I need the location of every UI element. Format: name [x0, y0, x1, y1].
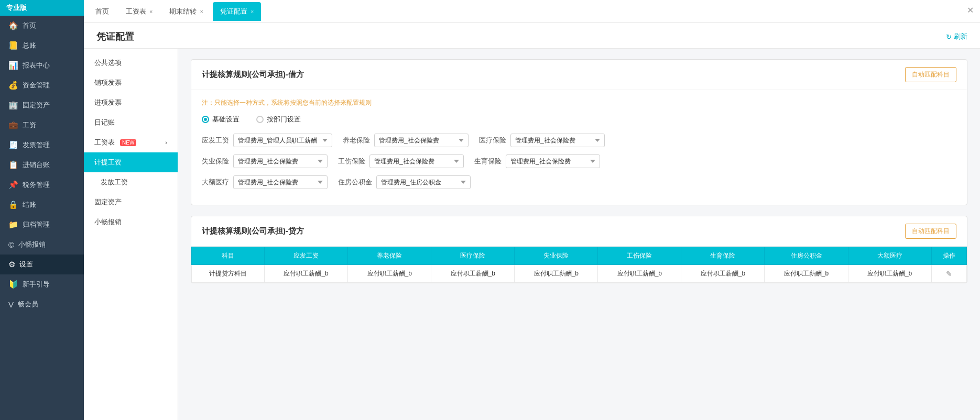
cell-action[interactable]: ✎: [931, 265, 966, 283]
sidebar-item-label: 首页: [23, 21, 36, 30]
app-title: 专业版: [0, 0, 84, 16]
refresh-button[interactable]: ↻ 刷新: [946, 32, 967, 41]
cell-yiliao-val: 应付职工薪酬_b: [431, 265, 515, 283]
sidebar-item-label: 报表中心: [23, 61, 50, 70]
sidebar-item-purchase-sale[interactable]: 📋 进销台账: [0, 155, 84, 175]
main-area: 首页 工资表 × 期末结转 × 凭证配置 × ✕ 凭证配置 ↻ 刷新 公共选项: [84, 0, 980, 420]
page-header: 凭证配置 ↻ 刷新: [84, 23, 980, 49]
home-icon: 🏠: [8, 21, 18, 30]
auto-match-credit-button[interactable]: 自动匹配科目: [905, 224, 956, 239]
nav-public-options[interactable]: 公共选项: [84, 53, 178, 73]
nav-calc-salary[interactable]: 计提工资: [84, 152, 178, 172]
invoice-icon: 🧾: [8, 140, 18, 150]
purchase-sale-icon: 📋: [8, 160, 18, 170]
sidebar-item-guide[interactable]: 🔰 新手引导: [0, 274, 84, 294]
field-zhufang-gongjijin: 住房公积金 管理费用_住房公积金: [338, 175, 471, 189]
col-shengyu: 生育保险: [681, 247, 765, 265]
col-dale: 大额医疗: [848, 247, 931, 265]
sidebar-item-label: 进销台账: [23, 160, 50, 170]
sidebar-item-tax[interactable]: 📌 税务管理: [0, 175, 84, 195]
cell-shengyu-val: 应付职工薪酬_b: [681, 265, 765, 283]
salary-icon: 💼: [8, 120, 18, 130]
field-shengyu-baoxian: 生育保险 管理费用_社会保险费: [474, 154, 600, 168]
select-zhufang[interactable]: 管理费用_住房公积金: [376, 175, 471, 189]
section-credit-header: 计提核算规则(公司承担)-贷方 自动匹配科目: [191, 216, 967, 247]
nav-cancel-invoice[interactable]: 销项发票: [84, 73, 178, 93]
label-dale: 大额医疗: [202, 178, 229, 187]
window-close-icon[interactable]: ✕: [967, 5, 974, 15]
select-shiye[interactable]: 管理费用_社会保险费: [233, 154, 328, 168]
settings-icon: ⚙: [8, 260, 15, 269]
label-yingfa: 应发工资: [202, 136, 229, 145]
radio-dept-settings[interactable]: 按部门设置: [256, 115, 301, 124]
cell-yanglao-val: 应付职工薪酬_b: [348, 265, 431, 283]
select-shengyu[interactable]: 管理费用_社会保险费: [506, 154, 600, 168]
form-row-2: 失业保险 管理费用_社会保险费 工伤保险 管理费用_社会保险费: [202, 154, 956, 168]
tab-period-close-icon[interactable]: ×: [200, 8, 203, 15]
sidebar-item-invoice-mgmt[interactable]: 🧾 发票管理: [0, 135, 84, 155]
field-yingfa-gongzi: 应发工资 管理费用_管理人员职工薪酬: [202, 134, 332, 147]
chevron-down-icon: ›: [165, 139, 167, 146]
sidebar-item-report[interactable]: 📊 报表中心: [0, 56, 84, 75]
sidebar-item-archive[interactable]: 📁 归档管理: [0, 215, 84, 235]
nav-in-invoice[interactable]: 进项发票: [84, 93, 178, 113]
radio-dept-label: 按部门设置: [267, 115, 301, 124]
nav-journal[interactable]: 日记账: [84, 113, 178, 132]
tab-salary-close-icon[interactable]: ×: [149, 8, 153, 15]
sidebar-item-capital[interactable]: 💰 资金管理: [0, 75, 84, 95]
sidebar-item-xc-report[interactable]: © 小畅报销: [0, 235, 84, 255]
tab-voucher-config[interactable]: 凭证配置 ×: [213, 2, 261, 21]
form-row-1: 应发工资 管理费用_管理人员职工薪酬 养老保险 管理费用_社会保险费: [202, 134, 956, 147]
sidebar-item-label: 畅会员: [18, 300, 38, 309]
radio-basic-settings[interactable]: 基础设置: [202, 115, 239, 124]
section-debit-title: 计提核算规则(公司承担)-借方: [202, 70, 304, 80]
nav-issue-salary[interactable]: 发放工资: [84, 172, 178, 192]
tab-bar: 首页 工资表 × 期末结转 × 凭证配置 × ✕: [84, 0, 980, 23]
note-text: 注：只能选择一种方式，系统将按照您当前的选择来配置规则: [202, 98, 956, 107]
tab-voucher-config-label: 凭证配置: [220, 7, 247, 16]
field-gongshang-baoxian: 工伤保险 管理费用_社会保险费: [338, 154, 464, 168]
section-debit-header: 计提核算规则(公司承担)-借方 自动匹配科目: [191, 60, 967, 90]
select-yanglao[interactable]: 管理费用_社会保险费: [374, 134, 469, 147]
xc-report-icon: ©: [8, 240, 14, 249]
sidebar-item-ledger[interactable]: 📒 总账: [0, 36, 84, 56]
select-yiliao[interactable]: 管理费用_社会保险费: [510, 134, 605, 147]
sidebar-item-salary[interactable]: 💼 工资: [0, 115, 84, 135]
label-zhufang: 住房公积金: [338, 178, 372, 187]
select-gongshang[interactable]: 管理费用_社会保险费: [369, 154, 464, 168]
page-title: 凭证配置: [96, 30, 134, 43]
auto-match-debit-button[interactable]: 自动匹配科目: [905, 67, 956, 82]
col-yanglao: 养老保险: [348, 247, 431, 265]
field-yanglao-baoxian: 养老保险 管理费用_社会保险费: [343, 134, 469, 147]
sidebar-item-home[interactable]: 🏠 首页: [0, 16, 84, 36]
tab-period-close[interactable]: 期末结转 ×: [162, 2, 210, 21]
label-yanglao: 养老保险: [343, 136, 370, 145]
select-dale[interactable]: 管理费用_社会保险费: [233, 175, 328, 189]
nav-fixed-asset[interactable]: 固定资产: [84, 192, 178, 212]
content-area: 公共选项 销项发票 进项发票 日记账 工资表 NEW › 计提工资 发放工资: [84, 49, 980, 420]
new-badge: NEW: [120, 139, 136, 146]
sidebar: 专业版 🏠 首页 📒 总账 📊 报表中心 💰 资金管理 🏢 固定资产 💼 工资 …: [0, 0, 84, 420]
select-yingfa[interactable]: 管理费用_管理人员职工薪酬: [233, 134, 332, 147]
label-gongshang: 工伤保险: [338, 157, 365, 166]
tab-voucher-close-icon[interactable]: ×: [251, 8, 254, 15]
edit-icon[interactable]: ✎: [946, 270, 952, 278]
label-shengyu: 生育保险: [474, 157, 502, 166]
refresh-label: 刷新: [954, 32, 967, 41]
col-yiliao: 医疗保险: [431, 247, 515, 265]
tab-salary-table[interactable]: 工资表 ×: [118, 2, 160, 21]
nav-salary-table[interactable]: 工资表 NEW ›: [84, 132, 178, 152]
sidebar-item-label: 发票管理: [23, 140, 50, 150]
tab-home-label: 首页: [95, 7, 109, 16]
sidebar-item-fixed-asset[interactable]: 🏢 固定资产: [0, 95, 84, 115]
section-credit-body: 科目 应发工资 养老保险 医疗保险 失业保险 工伤保险 生育保险 住房公积金 大…: [191, 247, 967, 283]
sidebar-item-settings[interactable]: ⚙ 设置: [0, 255, 84, 274]
sidebar-item-member[interactable]: V 畅会员: [0, 294, 84, 314]
capital-icon: 💰: [8, 81, 18, 90]
nav-xc-expense[interactable]: 小畅报销: [84, 212, 178, 232]
col-gongshang: 工伤保险: [598, 247, 681, 265]
form-row-3: 大额医疗 管理费用_社会保险费 住房公积金 管理费用_住房公积金: [202, 175, 956, 189]
cell-gongshang-val: 应付职工薪酬_b: [598, 265, 681, 283]
sidebar-item-close[interactable]: 🔒 结账: [0, 195, 84, 215]
tab-home[interactable]: 首页: [88, 2, 116, 21]
